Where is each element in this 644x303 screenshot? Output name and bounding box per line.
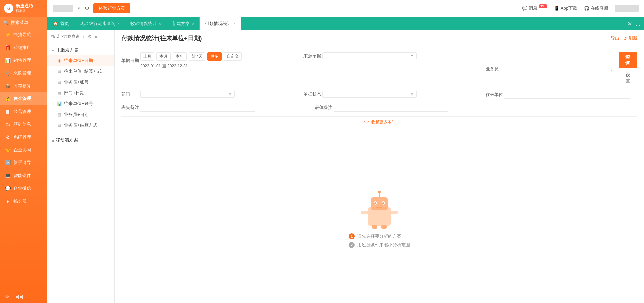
filter-row-3: 表头备注 表体备注 (121, 103, 637, 112)
tab-receipts[interactable]: 收款情况统计 × (125, 17, 167, 30)
sidebar-item-wechat[interactable]: 💬 企业微信 (0, 182, 47, 195)
partner-input[interactable] (504, 91, 630, 99)
tab-receipts-close[interactable]: × (159, 22, 161, 26)
svg-point-5 (382, 202, 384, 204)
filter-settings-btn[interactable]: 设置 (619, 70, 637, 86)
tab-payment-stats[interactable]: 付款情况统计 × (200, 17, 241, 30)
sidebar-item-system[interactable]: ⚙ 系统管理 (0, 131, 47, 144)
sidebar-nav: ⚡ 快捷导航 🎁 营销推广 📊 销售管理 🛒 采购管理 📦 库存核算 💰 资金管… (0, 28, 47, 290)
collab-icon: 🤝 (5, 147, 11, 153)
sidebar-item-marketing[interactable]: 🎁 营销推广 (0, 41, 47, 54)
scheme-grid-icon-4: ▦ (57, 112, 62, 117)
sidebar-item-member[interactable]: ♦ 畅会员 (0, 195, 47, 208)
sidebar-item-collab[interactable]: 🤝 企业协同 (0, 144, 47, 156)
staff-label: 业务员 (486, 66, 504, 72)
filter-row-1: 单据日期 上月 本月 本年 近7天 更多 自定义 2022-01-01 至 20… (121, 52, 637, 86)
topbar-gear-icon[interactable]: ⚙ (85, 5, 89, 11)
more-dates-btn[interactable]: 更多 (207, 52, 222, 61)
scheme-grid-icon: ▦ (57, 69, 62, 74)
tab-new-plan-close[interactable]: × (192, 22, 194, 26)
scheme-grid-icon-2: ▦ (57, 80, 62, 85)
collapse-panel-icon[interactable]: « (95, 34, 97, 39)
scheme-settings-icon[interactable]: ⚙ (88, 34, 92, 39)
query-btn[interactable]: 查询 (619, 52, 637, 68)
messages-btn[interactable]: 💬 消息 99+ (522, 5, 547, 11)
user-name-placeholder (615, 5, 639, 12)
staff-dots-btn[interactable]: ... (607, 67, 613, 72)
source-select[interactable]: ▼ (322, 52, 417, 59)
empty-line-2: 2 用过滤条件来缩小分析范围 (349, 242, 410, 248)
tab-bank-flow-close[interactable]: × (117, 22, 119, 26)
sidebar-item-purchase[interactable]: 🛒 采购管理 (0, 67, 47, 80)
header-note-input[interactable] (140, 103, 255, 112)
desktop-section-title[interactable]: ▼ 电脑端方案 (47, 45, 114, 55)
add-scheme-icon[interactable]: + (82, 34, 85, 39)
member-icon: ♦ (5, 198, 11, 204)
sidebar-item-sales[interactable]: 📊 销售管理 (0, 54, 47, 67)
search-menu[interactable]: 🔍 搜索菜单 (0, 17, 47, 28)
basic-icon: 🗂 (5, 121, 11, 127)
this-year-btn[interactable]: 本年 (173, 52, 187, 61)
user-dropdown-icon[interactable]: ▼ (77, 6, 81, 10)
empty-instructions: 1 请先选择要分析的方案 2 用过滤条件来缩小分析范围 (349, 233, 410, 248)
tab-payment-stats-close[interactable]: × (233, 22, 235, 26)
header-note-group: 表头备注 (121, 103, 315, 112)
tab-close-all-icon[interactable]: ✕ (627, 21, 632, 27)
sidebar-item-guide[interactable]: 🆕 新手引导 (0, 156, 47, 169)
tab-maximize-icon[interactable]: ⛶ (635, 21, 641, 27)
trial-btn[interactable]: 体验行业方案 (93, 3, 130, 13)
scheme-item-staff-account[interactable]: ▦ 业务员+账号 (47, 77, 114, 88)
user-avatar-placeholder (53, 5, 73, 12)
date-label: 单据日期 (121, 58, 140, 64)
sidebar-item-inventory[interactable]: 📦 库存核算 (0, 80, 47, 92)
tab-bar: 🏠 首页 现金银行流水查询 × 收款情况统计 × 新建方案 × 付款情况统计 ×… (47, 17, 644, 30)
source-chevron-icon: ▼ (410, 54, 414, 58)
scheme-item-partner-date[interactable]: ◉ 往来单位+日期 (47, 55, 114, 66)
custom-date-btn[interactable]: 自定义 (224, 52, 242, 61)
settings-icon[interactable]: ⚙ (5, 293, 9, 300)
last-month-btn[interactable]: 上月 (140, 52, 154, 61)
empty-svg-icon (359, 189, 400, 229)
wechat-icon: 💬 (5, 185, 11, 191)
collapse-bar[interactable]: ∧∧ 收起更多条件 (121, 116, 637, 128)
dept-select[interactable]: ▼ (140, 91, 235, 98)
scheme-active-icon: ◉ (57, 58, 62, 63)
sidebar-bottom: ⚙ ◀◀ (0, 290, 47, 303)
sidebar-item-operation[interactable]: 📋 经营管理 (0, 105, 47, 118)
export-btn[interactable]: ↑ 导出 (607, 35, 620, 41)
inventory-icon: 📦 (5, 83, 11, 89)
collapse-sidebar-icon[interactable]: ◀◀ (15, 293, 23, 300)
body-note-input[interactable] (334, 103, 448, 112)
this-month-btn[interactable]: 本月 (156, 52, 171, 61)
scheme-item-partner-settlement[interactable]: ▦ 往来单位+结算方式 (47, 66, 114, 77)
sidebar-item-quick-nav[interactable]: ⚡ 快捷导航 (0, 28, 47, 41)
partner-dots-btn[interactable]: ... (631, 92, 637, 97)
tab-bank-flow[interactable]: 现金银行流水查询 × (75, 17, 125, 30)
sidebar-item-hardware[interactable]: 💻 智能硬件 (0, 169, 47, 182)
empty-state: 1 请先选择要分析的方案 2 用过滤条件来缩小分析范围 (115, 133, 644, 303)
body-note-group: 表体备注 (315, 103, 637, 112)
last-7-days-btn[interactable]: 近7天 (189, 52, 205, 61)
status-select[interactable]: ▼ (322, 91, 417, 98)
sidebar-item-basic[interactable]: 🗂 基础信息 (0, 118, 47, 131)
export-icon: ↑ (607, 36, 610, 41)
staff-input[interactable] (504, 65, 606, 73)
sidebar-item-finance[interactable]: 💰 资金管理 (0, 92, 47, 105)
tab-new-plan[interactable]: 新建方案 × (167, 17, 200, 30)
empty-illustration (359, 189, 400, 229)
scheme-item-staff-date[interactable]: ▦ 业务员+日期 (47, 109, 114, 120)
finance-icon: 💰 (5, 96, 11, 102)
app-download-btn[interactable]: 📱 App下载 (554, 5, 577, 11)
mobile-section-title[interactable]: ▶ 移动端方案 (47, 135, 114, 145)
scheme-item-staff-settlement[interactable]: ▦ 业务员+结算方式 (47, 120, 114, 131)
header-note-label: 表头备注 (121, 104, 140, 111)
tab-home[interactable]: 🏠 首页 (47, 17, 75, 30)
scheme-item-dept-date[interactable]: ▦ 部门+日期 (47, 88, 114, 98)
sidebar: 6 畅捷通巧 标准版 🔍 搜索菜单 ⚡ 快捷导航 🎁 营销推广 📊 销售管理 🛒… (0, 0, 47, 303)
refresh-btn[interactable]: ↺ 刷新 (623, 35, 637, 41)
scheme-item-partner-account[interactable]: 📊 往来单位+账号 (47, 98, 114, 109)
mobile-schemes: ▶ 移动端方案 (47, 133, 114, 147)
online-service-btn[interactable]: 🎧 在线客服 (584, 5, 608, 11)
marketing-icon: 🎁 (5, 44, 11, 51)
tabs-right-controls: ✕ ⛶ (624, 17, 644, 30)
